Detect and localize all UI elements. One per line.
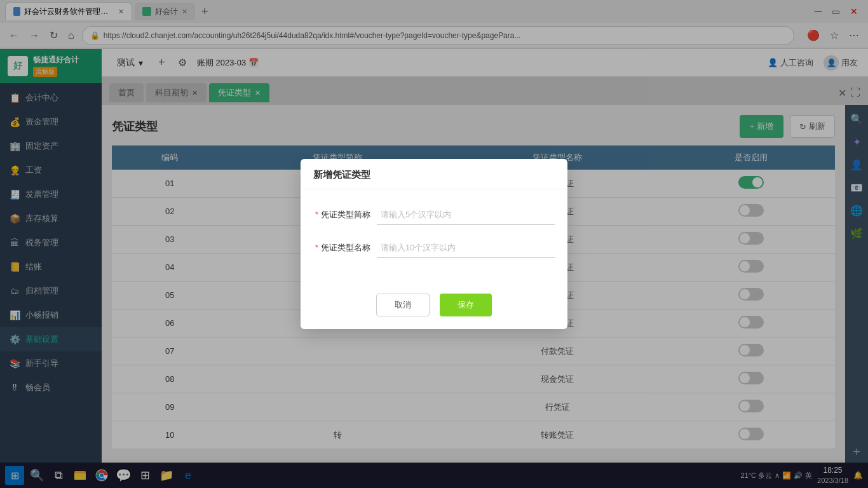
dialog-overlay: 新增凭证类型 *凭证类型简称 *凭证类型名称 取消 保存 <box>0 0 868 488</box>
save-button[interactable]: 保存 <box>440 294 492 316</box>
form-row-name: *凭证类型名称 <box>313 238 555 258</box>
form-abbr-label: *凭证类型简称 <box>313 209 377 220</box>
dialog-body: *凭证类型简称 *凭证类型名称 <box>301 189 567 286</box>
dialog-header: 新增凭证类型 <box>301 159 567 189</box>
abbr-required-mark: * <box>315 210 318 219</box>
dialog-footer: 取消 保存 <box>301 286 567 329</box>
form-row-abbr: *凭证类型简称 <box>313 205 555 225</box>
name-required-mark: * <box>315 243 318 252</box>
abbr-input[interactable] <box>377 205 555 225</box>
name-input[interactable] <box>377 238 555 258</box>
add-voucher-type-dialog: 新增凭证类型 *凭证类型简称 *凭证类型名称 取消 保存 <box>301 159 567 329</box>
form-name-label: *凭证类型名称 <box>313 242 377 254</box>
cancel-button[interactable]: 取消 <box>376 294 430 316</box>
